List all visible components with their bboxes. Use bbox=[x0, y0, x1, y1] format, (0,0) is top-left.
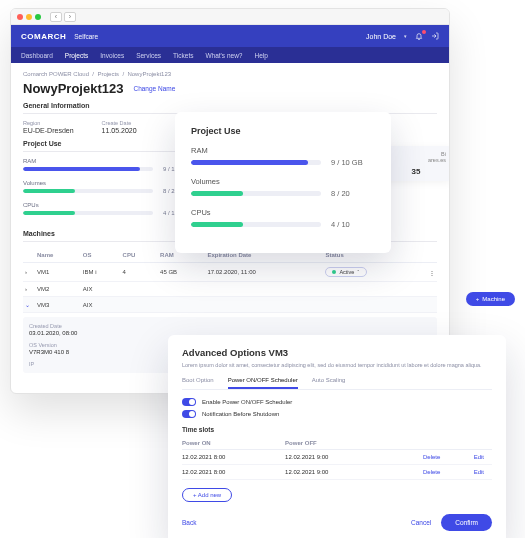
nav-projects[interactable]: Projects bbox=[65, 52, 88, 59]
breadcrumb: Comarch POWER Cloud / Projects / NowyPro… bbox=[11, 63, 449, 77]
nav-help[interactable]: Help bbox=[254, 52, 267, 59]
ts-off: 12.02.2021 9:00 bbox=[285, 465, 388, 480]
side-info-card: Bi ares.es 35 bbox=[381, 146, 450, 181]
crumb-1[interactable]: Projects bbox=[97, 71, 119, 77]
zoom-dot[interactable] bbox=[35, 14, 41, 20]
cell-exp: 17.02.2020, 11:00 bbox=[205, 263, 323, 282]
machines-table: Name OS CPU RAM Expiration Date Status ›… bbox=[23, 248, 437, 313]
cell-cpu: 4 bbox=[121, 263, 159, 282]
close-dot[interactable] bbox=[17, 14, 23, 20]
pu-card-value-0: 9 / 10 GB bbox=[331, 158, 363, 167]
cell-ram: 45 GB bbox=[158, 263, 205, 282]
tab-boot-option[interactable]: Boot Option bbox=[182, 377, 214, 389]
adv-heading: Advanced Options VM3 bbox=[182, 347, 492, 358]
status-pill[interactable]: Active ˅ bbox=[325, 267, 367, 277]
status-text: Active bbox=[339, 269, 354, 275]
page-title: NowyProjekt123 bbox=[23, 81, 123, 96]
brand-logo: COMARCH bbox=[21, 32, 66, 41]
ip-label: IP bbox=[29, 361, 77, 367]
ts-col-off: Power OFF bbox=[285, 437, 388, 450]
chevron-down-icon[interactable]: ▾ bbox=[404, 33, 407, 39]
nav-invoices[interactable]: Invoices bbox=[100, 52, 124, 59]
add-machine-button[interactable]: + Machine bbox=[466, 292, 515, 306]
timeslots-table: Power ON Power OFF 12.02.2021 8:00 12.02… bbox=[182, 437, 492, 480]
logout-icon[interactable] bbox=[431, 32, 439, 40]
crumb-0[interactable]: Comarch POWER Cloud bbox=[23, 71, 89, 77]
pu-card-bar-0 bbox=[191, 160, 321, 165]
osver-label: OS Version bbox=[29, 342, 77, 348]
plus-icon: + bbox=[476, 296, 480, 302]
toggle-label-1: Notification Before Shutdown bbox=[202, 411, 279, 417]
adv-tabs: Boot Option Power ON/OFF Scheduler Auto … bbox=[182, 377, 492, 390]
delete-link[interactable]: Delete bbox=[423, 469, 440, 475]
table-row[interactable]: › VM2 AIX bbox=[23, 282, 437, 297]
pu-card-value-1: 8 / 20 bbox=[331, 189, 350, 198]
advanced-options-card: Advanced Options VM3 Lorem ipsum dolor s… bbox=[168, 335, 506, 538]
confirm-button[interactable]: Confirm bbox=[441, 514, 492, 531]
created-date-label: Created Date bbox=[29, 323, 77, 329]
nav-back-button[interactable]: ‹ bbox=[50, 12, 62, 22]
project-use-card: Project Use RAM 9 / 10 GB Volumes 8 / 20… bbox=[175, 112, 391, 253]
cell-os: IBM i bbox=[81, 263, 121, 282]
pu-card-bar-1 bbox=[191, 191, 321, 196]
nav-forward-button[interactable]: › bbox=[64, 12, 76, 22]
table-row[interactable]: › VM1 IBM i 4 45 GB 17.02.2020, 11:00 Ac… bbox=[23, 263, 437, 282]
side-line2: ares.es bbox=[386, 157, 446, 163]
timeslots-heading: Time slots bbox=[182, 426, 492, 433]
col-os[interactable]: OS bbox=[81, 248, 121, 263]
cell-name: VM1 bbox=[35, 263, 81, 282]
expand-icon[interactable]: ⌄ bbox=[23, 297, 35, 313]
expand-icon[interactable]: › bbox=[23, 282, 35, 297]
toggle-label-0: Enable Power ON/OFF Scheduler bbox=[202, 399, 292, 405]
delete-link[interactable]: Delete bbox=[423, 454, 440, 460]
window-chrome: ‹ › bbox=[11, 9, 449, 25]
tab-power-scheduler[interactable]: Power ON/OFF Scheduler bbox=[228, 377, 298, 389]
nav-whatsnew[interactable]: What's new? bbox=[205, 52, 242, 59]
timeslot-row: 12.02.2021 8:00 12.02.2021 9:00 Delete E… bbox=[182, 465, 492, 480]
nav-dashboard[interactable]: Dashboard bbox=[21, 52, 53, 59]
adv-description: Lorem ipsum dolor sit amet, consectetur … bbox=[182, 361, 492, 369]
toggle-notification[interactable] bbox=[182, 410, 196, 418]
pu-bar-2 bbox=[23, 211, 153, 215]
pu-card-bar-2 bbox=[191, 222, 321, 227]
nav-services[interactable]: Services bbox=[136, 52, 161, 59]
change-name-link[interactable]: Change Name bbox=[133, 85, 175, 92]
pu-bar-1 bbox=[23, 189, 153, 193]
side-line3: 35 bbox=[386, 167, 446, 176]
ts-on: 12.02.2021 8:00 bbox=[182, 465, 285, 480]
col-name[interactable]: Name bbox=[35, 248, 81, 263]
crumb-2: NowyProjekt123 bbox=[127, 71, 171, 77]
add-machine-label: Machine bbox=[482, 296, 505, 302]
cell-os: AIX bbox=[81, 297, 121, 313]
more-icon[interactable]: ⋮ bbox=[427, 263, 437, 282]
table-row[interactable]: ⌄ VM3 AIX bbox=[23, 297, 437, 313]
minimize-dot[interactable] bbox=[26, 14, 32, 20]
cell-name: VM2 bbox=[35, 282, 81, 297]
main-nav: Dashboard Projects Invoices Services Tic… bbox=[11, 47, 449, 63]
add-new-button[interactable]: + Add new bbox=[182, 488, 232, 502]
pu-card-heading: Project Use bbox=[191, 126, 375, 136]
top-bar: COMARCH Selfcare John Doe ▾ bbox=[11, 25, 449, 47]
bell-icon[interactable] bbox=[415, 32, 423, 40]
back-link[interactable]: Back bbox=[182, 519, 196, 526]
pu-card-label-0: RAM bbox=[191, 146, 375, 155]
expand-icon[interactable]: › bbox=[23, 263, 35, 282]
edit-link[interactable]: Edit bbox=[474, 469, 484, 475]
edit-link[interactable]: Edit bbox=[474, 454, 484, 460]
cell-name: VM3 bbox=[35, 297, 81, 313]
notification-dot bbox=[422, 30, 426, 34]
brand-product: Selfcare bbox=[74, 33, 98, 40]
region-label: Region bbox=[23, 120, 74, 126]
cancel-link[interactable]: Cancel bbox=[411, 519, 431, 526]
ts-off: 12.02.2021 9:00 bbox=[285, 450, 388, 465]
toggle-enable-scheduler[interactable] bbox=[182, 398, 196, 406]
pu-bar-0 bbox=[23, 167, 153, 171]
timeslot-row: 12.02.2021 8:00 12.02.2021 9:00 Delete E… bbox=[182, 450, 492, 465]
created-date-value: 03.01.2020, 08:00 bbox=[29, 330, 77, 336]
osver-value: V7R3M0 410 8 bbox=[29, 349, 77, 355]
user-menu[interactable]: John Doe bbox=[366, 33, 396, 40]
col-cpu[interactable]: CPU bbox=[121, 248, 159, 263]
create-date-label: Create Date bbox=[102, 120, 137, 126]
nav-tickets[interactable]: Tickets bbox=[173, 52, 193, 59]
tab-auto-scaling[interactable]: Auto Scaling bbox=[312, 377, 346, 389]
